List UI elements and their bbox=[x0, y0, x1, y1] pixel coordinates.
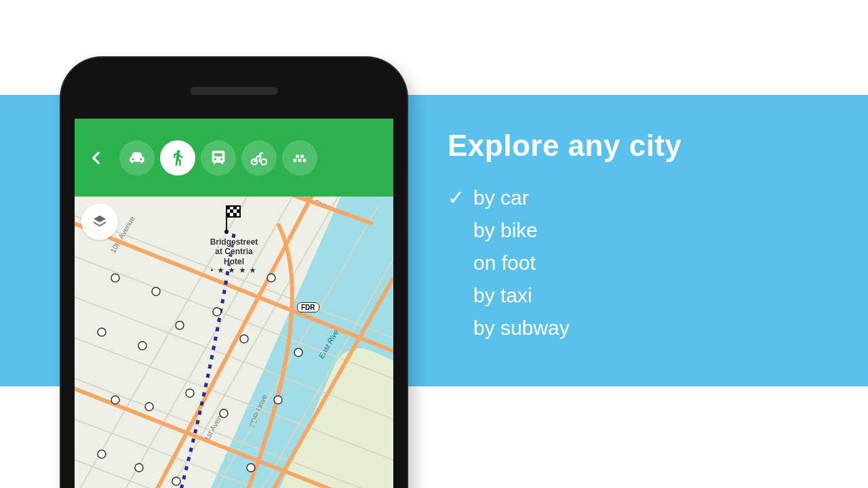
svg-point-35 bbox=[186, 389, 194, 397]
taxi-icon bbox=[290, 148, 309, 167]
svg-rect-52 bbox=[233, 206, 237, 209]
transport-mode-row bbox=[119, 140, 317, 176]
phone-side-button bbox=[406, 173, 407, 234]
phone-speaker bbox=[190, 87, 278, 95]
transit-stops bbox=[98, 274, 302, 488]
svg-point-34 bbox=[145, 403, 153, 411]
svg-rect-54 bbox=[237, 209, 240, 213]
mode-transit[interactable] bbox=[201, 140, 236, 176]
phone-frame: Bridgestreet at Centria Hotel • ★ ★ ★ ★ … bbox=[61, 58, 407, 488]
app-screen: Bridgestreet at Centria Hotel • ★ ★ ★ ★ … bbox=[75, 119, 393, 488]
walk-icon bbox=[168, 148, 187, 167]
promo-item: by subway bbox=[448, 312, 682, 344]
svg-rect-56 bbox=[233, 213, 237, 216]
svg-line-16 bbox=[75, 352, 393, 488]
svg-point-39 bbox=[172, 477, 180, 485]
svg-rect-6 bbox=[296, 155, 299, 158]
train-icon bbox=[209, 148, 228, 167]
svg-point-41 bbox=[247, 464, 255, 472]
destination-name-line1: Bridgestreet bbox=[210, 237, 258, 247]
promo-item: ✓ by car bbox=[448, 182, 682, 214]
chevron-left-icon bbox=[87, 149, 105, 167]
svg-point-32 bbox=[240, 335, 248, 343]
destination-flag-icon bbox=[222, 205, 245, 237]
svg-point-2 bbox=[261, 159, 267, 164]
svg-point-58 bbox=[224, 230, 229, 234]
svg-point-44 bbox=[267, 274, 275, 282]
mode-bike[interactable] bbox=[241, 140, 277, 176]
svg-point-37 bbox=[98, 450, 106, 458]
svg-line-14 bbox=[75, 271, 393, 427]
svg-line-15 bbox=[75, 312, 393, 468]
destination-name-line3: Hotel bbox=[210, 257, 258, 266]
svg-point-29 bbox=[138, 342, 146, 350]
promo-item-label: on foot bbox=[473, 247, 536, 279]
svg-point-42 bbox=[274, 396, 282, 404]
promo-item: on foot bbox=[448, 247, 682, 279]
svg-point-38 bbox=[135, 464, 143, 472]
promo-item: by bike bbox=[448, 214, 682, 247]
svg-rect-53 bbox=[230, 209, 233, 213]
svg-line-22 bbox=[75, 373, 393, 488]
mode-taxi[interactable] bbox=[282, 140, 317, 176]
svg-point-30 bbox=[176, 321, 184, 329]
svg-point-31 bbox=[213, 308, 221, 316]
bike-icon bbox=[250, 148, 269, 167]
highway-shield-fdr: FDR bbox=[297, 302, 319, 312]
promo-item-label: by taxi bbox=[473, 279, 532, 312]
svg-point-36 bbox=[220, 409, 228, 418]
check-icon: ✓ bbox=[448, 182, 464, 214]
mode-walk[interactable] bbox=[160, 140, 195, 176]
svg-line-19 bbox=[75, 474, 393, 488]
promo-item-label: by car bbox=[473, 182, 529, 214]
promo-title: Explore any city bbox=[448, 129, 682, 163]
promo-item-label: by subway bbox=[473, 312, 570, 344]
destination-stars: • ★ ★ ★ ★ bbox=[210, 266, 258, 274]
mode-car[interactable] bbox=[119, 140, 155, 176]
layers-icon bbox=[92, 214, 108, 230]
svg-point-33 bbox=[111, 396, 119, 404]
layers-button[interactable] bbox=[81, 203, 118, 240]
promo-item: by taxi bbox=[448, 279, 682, 312]
back-button[interactable] bbox=[81, 143, 111, 173]
promo-block: Explore any city ✓ by car by bike on foo… bbox=[448, 129, 682, 344]
svg-point-43 bbox=[294, 348, 302, 357]
svg-rect-4 bbox=[298, 159, 302, 162]
svg-point-27 bbox=[152, 287, 160, 296]
svg-rect-5 bbox=[303, 159, 307, 162]
app-bar bbox=[75, 119, 393, 197]
map-canvas[interactable]: Bridgestreet at Centria Hotel • ★ ★ ★ ★ … bbox=[75, 197, 393, 488]
destination-label: Bridgestreet at Centria Hotel • ★ ★ ★ ★ bbox=[210, 237, 258, 274]
svg-rect-3 bbox=[294, 159, 297, 162]
destination-name-line2: at Centria bbox=[210, 247, 258, 256]
svg-point-28 bbox=[98, 328, 106, 336]
promo-item-label: by bike bbox=[473, 214, 538, 247]
svg-point-26 bbox=[111, 274, 119, 282]
svg-rect-7 bbox=[300, 155, 304, 158]
car-icon bbox=[127, 148, 146, 167]
promo-list: ✓ by car by bike on foot by taxi by subw… bbox=[448, 182, 682, 344]
